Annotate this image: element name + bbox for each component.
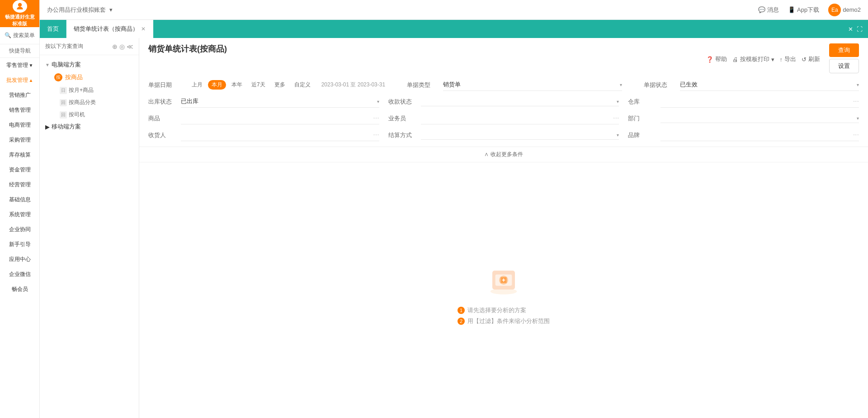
settle-value[interactable]: ▾ bbox=[421, 131, 619, 140]
quick-nav-label: 快捷导航 bbox=[9, 48, 31, 54]
date-tab-last-month[interactable]: 上月 bbox=[188, 80, 206, 90]
close-icon2[interactable]: ✕ bbox=[848, 26, 853, 33]
sidebar-item-ecom[interactable]: 电商管理 bbox=[0, 118, 39, 133]
sidebar-item-wholesale-label: 批发管理 bbox=[6, 76, 28, 84]
salesman-dots-icon[interactable]: ··· bbox=[613, 114, 619, 122]
sidebar-item-management[interactable]: 经营管理 bbox=[0, 177, 39, 192]
sidebar-item-vip-label: 畅会员 bbox=[12, 285, 28, 293]
brand-value[interactable]: ··· bbox=[660, 129, 859, 141]
tree-item-by-driver[interactable]: 回 按司机 bbox=[40, 109, 139, 121]
settings-button[interactable]: 设置 bbox=[829, 59, 859, 73]
collapse-bar[interactable]: ∧ 收起更多条件 bbox=[139, 147, 868, 162]
logo-icon bbox=[13, 0, 27, 13]
app-download-btn[interactable]: 📱 App下载 bbox=[788, 6, 819, 14]
goods-dots-icon[interactable]: ··· bbox=[373, 114, 379, 122]
export-btn[interactable]: ↑ 导出 bbox=[780, 55, 797, 63]
query-button[interactable]: 查询 bbox=[829, 43, 859, 57]
department-value[interactable]: ▾ bbox=[660, 114, 859, 123]
left-panel: 按以下方案查询 ⊕ ◎ ≪ ▼ 电脑端方案 按 按商品 日 按月+ bbox=[40, 38, 139, 418]
date-tab-7days[interactable]: 近7天 bbox=[248, 80, 269, 90]
sidebar-item-basic-label: 基础信息 bbox=[9, 196, 31, 204]
tree-item-by-month-goods[interactable]: 日 按月+商品 bbox=[40, 84, 139, 96]
receive-status-value[interactable]: ▾ bbox=[421, 97, 619, 106]
page-content: 按以下方案查询 ⊕ ◎ ≪ ▼ 电脑端方案 按 按商品 日 按月+ bbox=[40, 38, 868, 418]
tree-section: ▼ 电脑端方案 按 按商品 日 按月+商品 回 按商品分类 回 按司机 bbox=[40, 55, 139, 136]
avatar: Ea bbox=[828, 4, 841, 16]
tab-home[interactable]: 首页 bbox=[40, 20, 66, 38]
tree-group-pc[interactable]: ▼ 电脑端方案 bbox=[40, 59, 139, 71]
tip-2-text: 用【过滤】条件来缩小分析范围 bbox=[467, 317, 550, 325]
quick-nav[interactable]: 快捷导航 bbox=[0, 44, 39, 58]
sidebar-item-retail[interactable]: 零售管理 ▼ bbox=[0, 58, 39, 73]
goods-value[interactable]: ··· bbox=[181, 112, 379, 124]
receiver-dots-icon[interactable]: ··· bbox=[373, 131, 379, 139]
doc-status-value[interactable]: 已生效 ▾ bbox=[680, 79, 859, 91]
chevron-down-icon: ▾ bbox=[109, 6, 113, 13]
refresh-icon: ↺ bbox=[802, 56, 807, 63]
tab-home-label: 首页 bbox=[47, 25, 59, 33]
tree-item-by-goods[interactable]: 按 按商品 bbox=[40, 71, 139, 84]
date-tab-this-month[interactable]: 本月 bbox=[208, 80, 226, 90]
brand-label: 品牌 bbox=[628, 131, 660, 139]
refresh-label: 刷新 bbox=[808, 55, 820, 63]
chevron-down-icon7: ▾ bbox=[617, 99, 619, 104]
svg-point-0 bbox=[18, 3, 21, 7]
tree-group-mobile-label: 移动端方案 bbox=[52, 123, 81, 131]
collapse-icon[interactable]: ≪ bbox=[127, 43, 133, 50]
receiver-value[interactable]: ··· bbox=[181, 129, 379, 141]
sidebar-item-system[interactable]: 系统管理 bbox=[0, 207, 39, 222]
tip-1-text: 请先选择要分析的方案 bbox=[467, 306, 526, 314]
sidebar-item-wxwork[interactable]: 企业微信 bbox=[0, 267, 39, 282]
tree-item-by-category-label: 按商品分类 bbox=[69, 99, 96, 106]
close-icon[interactable]: ✕ bbox=[141, 26, 146, 32]
settle-cell: 结算方式 ▾ bbox=[388, 129, 619, 141]
sidebar-item-marketing[interactable]: 营销推广 bbox=[0, 88, 39, 103]
sidebar-item-stock[interactable]: 库存核算 bbox=[0, 147, 39, 162]
tree-item-by-category[interactable]: 回 按商品分类 bbox=[40, 96, 139, 109]
dots-icon[interactable]: ··· bbox=[853, 97, 859, 105]
sidebar-item-basic[interactable]: 基础信息 bbox=[0, 192, 39, 207]
warehouse-value[interactable]: ··· bbox=[660, 95, 859, 108]
user-area[interactable]: Ea demo2 bbox=[828, 4, 861, 16]
expand-icon[interactable]: ⛶ bbox=[857, 26, 863, 33]
help-btn[interactable]: ❓ 帮助 bbox=[706, 55, 727, 63]
date-tab-this-year[interactable]: 本年 bbox=[228, 80, 246, 90]
sidebar-item-guide[interactable]: 新手引导 bbox=[0, 237, 39, 252]
search-icon: 🔍 bbox=[5, 32, 11, 38]
settle-label: 结算方式 bbox=[388, 131, 421, 139]
date-range: 2023-03-01 至 2023-03-31 bbox=[321, 81, 385, 89]
sidebar-item-wholesale[interactable]: 批发管理 ▲ bbox=[0, 73, 39, 88]
export-label: 导出 bbox=[784, 55, 796, 63]
date-tab-more[interactable]: 更多 bbox=[271, 80, 289, 90]
industry-selector[interactable]: 办公用品行业模拟账套 ▾ bbox=[47, 6, 113, 14]
sidebar-item-purchase[interactable]: 采购管理 bbox=[0, 133, 39, 147]
date-tabs: 上月 本月 本年 近7天 更多 自定义 bbox=[188, 80, 314, 90]
chevron-down-icon: ▼ bbox=[29, 63, 33, 68]
tree-group-mobile[interactable]: ▶ 移动端方案 bbox=[40, 121, 139, 133]
search-label: 搜索菜单 bbox=[13, 32, 35, 38]
tab-expand[interactable]: ✕ ⛶ bbox=[843, 20, 868, 38]
date-tab-custom[interactable]: 自定义 bbox=[291, 80, 314, 90]
sidebar-item-collab[interactable]: 企业协同 bbox=[0, 222, 39, 237]
tab-sales-stat[interactable]: 销货单统计表（按商品） ✕ bbox=[66, 20, 153, 38]
receiver-label: 收货人 bbox=[148, 131, 181, 139]
empty-state: 1 请先选择要分析的方案 2 用【过滤】条件来缩小分析范围 bbox=[139, 162, 868, 418]
help-label: 帮助 bbox=[715, 55, 727, 63]
add-icon[interactable]: ⊕ bbox=[112, 43, 118, 50]
sidebar-item-apps[interactable]: 应用中心 bbox=[0, 252, 39, 267]
sidebar-item-vip[interactable]: 畅会员 bbox=[0, 282, 39, 297]
settings-icon[interactable]: ◎ bbox=[119, 43, 125, 50]
print-icon: 🖨 bbox=[732, 56, 738, 63]
sidebar-item-sales[interactable]: 销售管理 bbox=[0, 103, 39, 118]
refresh-btn[interactable]: ↺ 刷新 bbox=[802, 55, 820, 63]
brand-dots-icon[interactable]: ··· bbox=[853, 131, 859, 139]
doc-type-value[interactable]: 销货单 ▾ bbox=[443, 79, 622, 91]
sidebar-item-finance[interactable]: 资金管理 bbox=[0, 162, 39, 177]
print-btn[interactable]: 🖨 按模板打印 ▾ bbox=[732, 55, 774, 63]
msg-btn[interactable]: 💬 消息 bbox=[758, 6, 779, 14]
chevron-down-icon2: ▼ bbox=[45, 62, 50, 67]
salesman-value[interactable]: ··· bbox=[421, 112, 619, 124]
tree-item-by-driver-label: 按司机 bbox=[69, 111, 85, 119]
search-menu[interactable]: 🔍 搜索菜单 bbox=[0, 27, 39, 44]
out-status-value[interactable]: 已出库 ▾ bbox=[181, 95, 379, 108]
